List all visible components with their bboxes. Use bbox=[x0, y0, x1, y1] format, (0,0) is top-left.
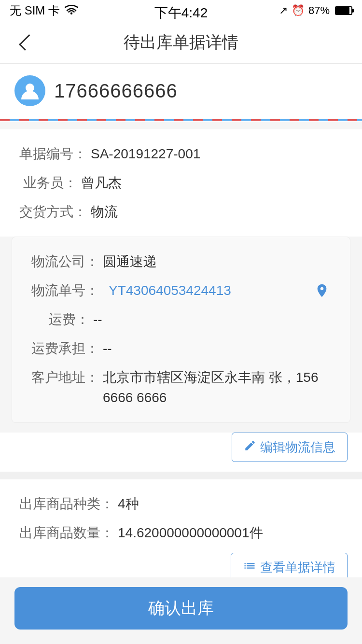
status-right: ↗ ⏰ 87% bbox=[279, 4, 352, 17]
tracking-location-icon[interactable] bbox=[313, 282, 331, 299]
confirm-outbound-button[interactable]: 确认出库 bbox=[14, 587, 348, 630]
goods-qty-row: 出库商品数量： 14.620000000000001件 bbox=[19, 523, 343, 543]
confirm-btn-label: 确认出库 bbox=[148, 597, 214, 619]
edit-btn-label: 编辑物流信息 bbox=[260, 439, 335, 456]
order-no-label: 单据编号： bbox=[19, 144, 87, 164]
view-btn-label: 查看单据详情 bbox=[260, 559, 335, 576]
back-chevron-icon bbox=[19, 34, 35, 51]
freight-bearer-row: 运费承担： -- bbox=[31, 338, 331, 359]
battery-percent: 87% bbox=[308, 4, 330, 17]
delivery-method-row: 交货方式： 物流 bbox=[19, 202, 343, 222]
carrier-label: 无 SIM 卡 bbox=[10, 3, 60, 18]
section-separator bbox=[0, 472, 362, 479]
freight-bearer-value: -- bbox=[103, 338, 331, 359]
freight-row: 运费： -- bbox=[31, 309, 331, 330]
customer-header: 17666666666 bbox=[0, 64, 362, 118]
status-time: 下午4:42 bbox=[154, 4, 208, 22]
status-bar: 无 SIM 卡 下午4:42 ↗ ⏰ 87% bbox=[0, 0, 362, 21]
list-icon bbox=[243, 559, 256, 576]
edit-btn-row: 编辑物流信息 bbox=[0, 433, 362, 472]
wifi-icon bbox=[65, 4, 78, 17]
order-info-section: 单据编号： SA-20191227-001 业务员： 曾凡杰 交货方式： 物流 bbox=[0, 129, 362, 237]
logistics-company-value: 圆通速递 bbox=[103, 252, 331, 272]
freight-bearer-label: 运费承担： bbox=[31, 338, 99, 359]
avatar bbox=[14, 75, 45, 106]
page-title: 待出库单据详情 bbox=[36, 31, 326, 54]
sales-person-value: 曾凡杰 bbox=[81, 173, 343, 193]
confirm-btn-wrapper: 确认出库 bbox=[0, 577, 362, 644]
nav-bar: 待出库单据详情 bbox=[0, 21, 362, 64]
delivery-method-value: 物流 bbox=[91, 202, 343, 222]
edit-icon bbox=[244, 439, 256, 455]
customer-phone: 17666666666 bbox=[54, 80, 178, 102]
goods-qty-label: 出库商品数量： bbox=[19, 523, 114, 543]
address-label: 客户地址： bbox=[31, 367, 99, 388]
user-icon bbox=[20, 81, 40, 100]
address-row: 客户地址： 北京市市辖区海淀区永丰南 张，156 6666 6666 bbox=[31, 367, 331, 408]
goods-type-value: 4种 bbox=[118, 494, 343, 514]
dashed-divider bbox=[0, 118, 362, 122]
freight-value: -- bbox=[93, 309, 331, 330]
location-arrow-icon: ↗ bbox=[279, 4, 288, 17]
order-no-value: SA-20191227-001 bbox=[91, 144, 343, 164]
logistics-company-label: 物流公司： bbox=[31, 252, 99, 272]
freight-label: 运费： bbox=[31, 309, 89, 330]
status-left: 无 SIM 卡 bbox=[10, 3, 78, 18]
tracking-label: 物流单号： bbox=[31, 280, 99, 301]
alarm-icon: ⏰ bbox=[292, 4, 305, 17]
stats-section: 出库商品种类： 4种 出库商品数量： 14.620000000000001件 bbox=[0, 479, 362, 543]
logistics-company-row: 物流公司： 圆通速递 bbox=[31, 252, 331, 272]
sales-person-label: 业务员： bbox=[19, 173, 77, 193]
goods-type-label: 出库商品种类： bbox=[19, 494, 114, 514]
order-no-row: 单据编号： SA-20191227-001 bbox=[19, 144, 343, 164]
back-button[interactable] bbox=[14, 32, 36, 53]
edit-logistics-button[interactable]: 编辑物流信息 bbox=[232, 433, 348, 462]
goods-qty-value: 14.620000000000001件 bbox=[118, 523, 343, 543]
logistics-card: 物流公司： 圆通速递 物流单号： YT43064053424413 运费： --… bbox=[12, 237, 350, 423]
address-value: 北京市市辖区海淀区永丰南 张，156 6666 6666 bbox=[103, 367, 331, 408]
goods-type-row: 出库商品种类： 4种 bbox=[19, 494, 343, 514]
tracking-no-value: YT43064053424413 bbox=[109, 280, 307, 301]
battery-icon bbox=[334, 6, 352, 15]
tracking-row: 物流单号： YT43064053424413 bbox=[31, 280, 331, 301]
delivery-method-label: 交货方式： bbox=[19, 202, 87, 222]
sales-person-row: 业务员： 曾凡杰 bbox=[19, 173, 343, 193]
